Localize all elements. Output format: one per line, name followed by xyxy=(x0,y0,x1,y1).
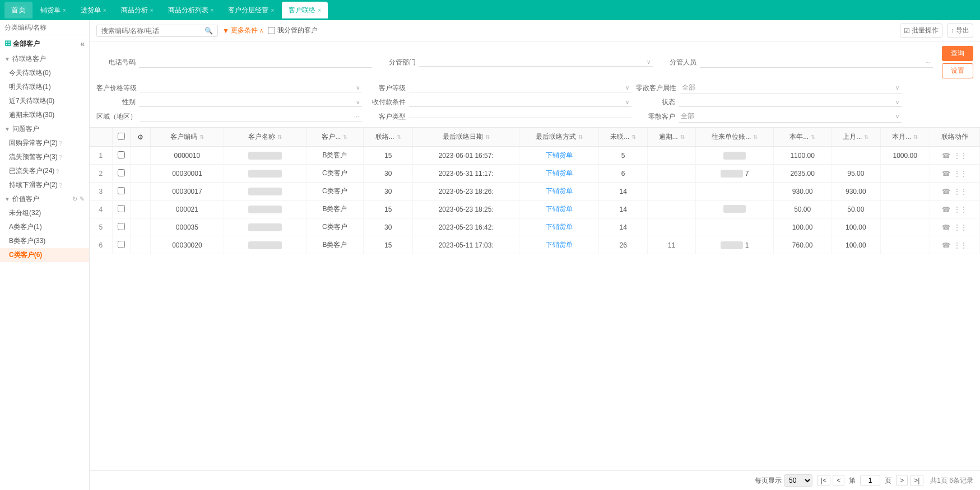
th-history[interactable]: 往来单位账...⇅ xyxy=(696,128,774,147)
sidebar-item-class-c[interactable]: C类客户(6) xyxy=(0,248,89,262)
search-submit-icon[interactable]: 🔍 xyxy=(205,27,213,35)
close-icon[interactable]: × xyxy=(271,7,274,13)
phone-input[interactable] xyxy=(139,57,372,68)
sidebar-item-ungrouped[interactable]: 未分组(32) xyxy=(0,206,89,220)
close-icon[interactable]: × xyxy=(103,7,106,13)
dept-select[interactable]: ∨ xyxy=(419,58,652,67)
customer-type-select[interactable] xyxy=(409,115,632,118)
lastway-link[interactable]: 下销货单 xyxy=(546,223,573,231)
more-icon[interactable]: ··· xyxy=(925,58,931,66)
collapse-icon[interactable]: « xyxy=(80,39,85,48)
customer-value-select[interactable]: ∨ xyxy=(140,83,362,92)
th-overdue[interactable]: 逾期...⇅ xyxy=(647,128,695,147)
more-action-icon[interactable]: ⋮⋮ xyxy=(954,241,967,249)
nav-home[interactable]: 首页 xyxy=(4,2,32,18)
search-input[interactable] xyxy=(101,27,202,35)
th-contact[interactable]: 联络...⇅ xyxy=(364,128,413,147)
more-icon[interactable]: ··· xyxy=(354,113,360,120)
th-lastway[interactable]: 最后联络方式⇅ xyxy=(519,128,599,147)
batch-operation-btn[interactable]: ☑ 批量操作 xyxy=(900,24,942,38)
row-checkbox[interactable] xyxy=(118,151,125,158)
sidebar-group-problem[interactable]: ▼ 问题客户 xyxy=(0,122,89,136)
sidebar-group-value[interactable]: ▼ 价值客户 ↻ ✎ xyxy=(0,192,89,206)
status-select[interactable]: ∨ xyxy=(679,98,902,107)
page-input[interactable] xyxy=(860,475,880,486)
more-action-icon[interactable]: ⋮⋮ xyxy=(954,152,967,160)
nav-tab-purchase[interactable]: 进货单 × xyxy=(74,2,113,18)
lastway-link[interactable]: 下销货单 xyxy=(546,241,573,249)
close-icon[interactable]: × xyxy=(211,7,214,13)
lastway-link[interactable]: 下销货单 xyxy=(546,169,573,177)
lastway-link[interactable]: 下销货单 xyxy=(546,151,573,159)
th-settings[interactable]: ⚙ xyxy=(130,128,150,147)
th-lastmonth[interactable]: 上月...⇅ xyxy=(831,128,880,147)
close-icon[interactable]: × xyxy=(63,7,66,13)
phone-action-icon[interactable]: ☎ xyxy=(942,188,950,195)
nav-tab-analysis-list[interactable]: 商品分析列表 × xyxy=(161,2,221,18)
payment-select[interactable]: ∨ xyxy=(409,98,632,107)
sidebar-item-tomorrow[interactable]: 明天待联络(1) xyxy=(0,80,89,94)
page-size-select[interactable]: 50 100 200 xyxy=(784,474,812,487)
cell-settings xyxy=(130,165,150,183)
sidebar-item-churned[interactable]: 已流失客户(24) ? xyxy=(0,164,89,178)
sidebar-item-repurchase-abnormal[interactable]: 回购异常客户(2) ? xyxy=(0,136,89,150)
all-customers-header[interactable]: ⊞ 全部客户 « xyxy=(0,35,89,52)
settings-button[interactable]: 设置 xyxy=(942,63,973,78)
row-checkbox[interactable] xyxy=(118,205,125,212)
sidebar-item-today[interactable]: 今天待联络(0) xyxy=(0,66,89,80)
close-icon[interactable]: × xyxy=(150,7,154,13)
sidebar-search-input[interactable] xyxy=(4,24,89,31)
th-type[interactable]: 客户...⇅ xyxy=(306,128,364,147)
phone-action-icon[interactable]: ☎ xyxy=(942,241,950,249)
select-all-checkbox[interactable] xyxy=(118,133,125,140)
more-conditions-btn[interactable]: ▼ 更多条件 ∧ xyxy=(222,26,263,35)
prev-page-btn[interactable]: < xyxy=(833,475,844,486)
more-action-icon[interactable]: ⋮⋮ xyxy=(954,206,967,213)
lastway-link[interactable]: 下销货单 xyxy=(546,187,573,195)
sidebar-item-declining[interactable]: 持续下滑客户(2) ? xyxy=(0,178,89,192)
sidebar-item-7days[interactable]: 近7天待联络(0) xyxy=(0,94,89,108)
row-checkbox[interactable] xyxy=(118,241,125,248)
nav-tab-sales[interactable]: 销货单 × xyxy=(34,2,73,18)
first-page-btn[interactable]: |< xyxy=(817,475,830,486)
phone-action-icon[interactable]: ☎ xyxy=(942,223,950,231)
close-icon[interactable]: × xyxy=(318,7,321,13)
th-thismonth[interactable]: 本月...⇅ xyxy=(880,128,930,147)
export-btn[interactable]: ↑ 导出 xyxy=(947,24,973,38)
sidebar-item-class-b[interactable]: B类客户(33) xyxy=(0,234,89,248)
nav-tab-analysis[interactable]: 商品分析 × xyxy=(114,2,160,18)
row-checkbox[interactable] xyxy=(118,223,125,230)
my-customers-checkbox-label[interactable]: 我分管的客户 xyxy=(268,26,318,35)
phone-action-icon[interactable]: ☎ xyxy=(942,170,950,178)
customer-level-select[interactable]: ∨ xyxy=(409,83,632,92)
total-records: 共1页 6条记录 xyxy=(930,476,973,486)
nav-tab-customer-contact[interactable]: 客户联络 × xyxy=(282,2,328,18)
more-action-icon[interactable]: ⋮⋮ xyxy=(954,223,967,231)
sidebar-item-churn-warning[interactable]: 流失预警客户(3) ? xyxy=(0,150,89,164)
last-page-btn[interactable]: >| xyxy=(910,475,923,486)
retail-attr-select[interactable]: 全部 ∨ xyxy=(680,82,902,94)
th-thisyear[interactable]: 本年...⇅ xyxy=(774,128,832,147)
th-code[interactable]: 客户编码⇅ xyxy=(150,128,224,147)
lastway-link[interactable]: 下销货单 xyxy=(546,205,573,213)
sidebar-group-pending[interactable]: ▼ 待联络客户 xyxy=(0,52,89,66)
nav-tab-customer-tier[interactable]: 客户分层经营 × xyxy=(221,2,281,18)
more-action-icon[interactable]: ⋮⋮ xyxy=(954,170,967,178)
my-customers-checkbox[interactable] xyxy=(268,27,275,34)
query-button[interactable]: 查询 xyxy=(942,46,973,61)
th-name[interactable]: 客户名称⇅ xyxy=(224,128,306,147)
next-page-btn[interactable]: > xyxy=(896,475,908,486)
edit-icon[interactable]: ✎ xyxy=(80,195,85,203)
retail-select[interactable]: 全部 ∨ xyxy=(679,110,902,123)
th-lastdate[interactable]: 最后联络日期⇅ xyxy=(413,128,519,147)
refresh-icon[interactable]: ↻ xyxy=(72,195,77,203)
phone-action-icon[interactable]: ☎ xyxy=(942,152,950,160)
row-checkbox[interactable] xyxy=(118,187,125,194)
row-checkbox[interactable] xyxy=(118,169,125,176)
th-unlinkdays[interactable]: 未联...⇅ xyxy=(599,128,647,147)
more-action-icon[interactable]: ⋮⋮ xyxy=(954,188,967,195)
sidebar-item-overdue[interactable]: 逾期未联络(30) xyxy=(0,108,89,122)
sidebar-item-class-a[interactable]: A类客户(1) xyxy=(0,220,89,234)
gender-select[interactable]: ∨ xyxy=(139,98,362,107)
phone-action-icon[interactable]: ☎ xyxy=(942,206,950,213)
